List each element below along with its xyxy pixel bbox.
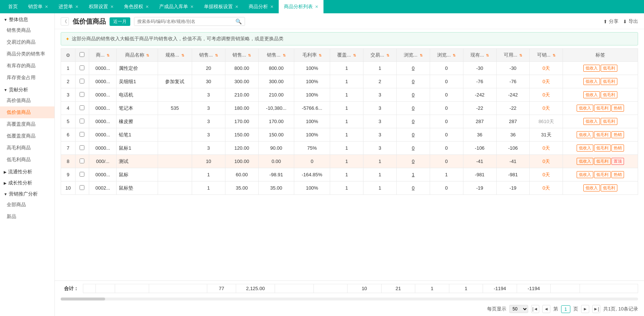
col-browse2[interactable]: 浏览... ⇅	[430, 49, 463, 62]
col-avail[interactable]: 可用... ⇅	[496, 49, 530, 62]
close-icon[interactable]: ✕	[235, 4, 238, 9]
col-cover[interactable]: 覆盖... ⇅	[330, 49, 363, 62]
row-checkbox[interactable]	[75, 155, 89, 168]
close-icon[interactable]: ✕	[190, 4, 194, 9]
search-input[interactable]	[137, 19, 233, 24]
col-browse1[interactable]: 浏览... ⇅	[396, 49, 430, 62]
col-gear[interactable]: ⚙	[61, 49, 76, 62]
nav-product-analysis[interactable]: 商品分析 ✕	[244, 0, 279, 13]
sidebar-group-contribution[interactable]: ▼ 贡献分析	[0, 84, 54, 95]
share-button[interactable]: ⬆ 分享	[603, 18, 618, 25]
row-select-checkbox[interactable]	[80, 92, 84, 97]
sidebar-item-high-value[interactable]: 高价值商品	[0, 95, 54, 106]
browse-link[interactable]: 0	[412, 79, 415, 84]
col-code[interactable]: 商... ⇅	[89, 49, 117, 62]
row-checkbox[interactable]	[75, 142, 89, 155]
sidebar-item-stock-goods[interactable]: 有库存的商品	[0, 60, 54, 72]
row-days: 8610天	[530, 115, 563, 128]
row-checkbox[interactable]	[75, 62, 89, 75]
row-checkbox[interactable]	[75, 115, 89, 128]
row-checkbox[interactable]	[75, 181, 89, 195]
collapse-sidebar-button[interactable]: 《	[61, 17, 69, 26]
nav-purchase-order[interactable]: 进货单 ✕	[53, 0, 84, 13]
nav-template[interactable]: 单据模板设置 ✕	[199, 0, 244, 13]
col-current[interactable]: 现有... ⇅	[463, 49, 496, 62]
browse-link[interactable]: 0	[412, 145, 415, 151]
sidebar-item-high-coverage[interactable]: 高覆盖度商品	[0, 118, 54, 130]
nav-permission[interactable]: 权限设置 ✕	[84, 0, 119, 13]
nav-role-auth[interactable]: 角色授权 ✕	[119, 0, 154, 13]
row-select-checkbox[interactable]	[80, 79, 84, 84]
col-name[interactable]: 商品名称 ⇅	[117, 49, 158, 62]
first-page-button[interactable]: |◄	[531, 305, 539, 313]
sidebar-item-stock-capital[interactable]: 库存资金占用	[0, 72, 54, 84]
sidebar-item-new-goods[interactable]: 新品	[0, 211, 54, 222]
browse-link[interactable]: 0	[412, 159, 415, 164]
row-select-checkbox[interactable]	[80, 65, 84, 70]
browse-link[interactable]: 0	[412, 132, 415, 137]
row-checkbox[interactable]	[75, 168, 89, 181]
sidebar-group-growth[interactable]: ▶ 成长性分析	[0, 177, 54, 188]
close-icon[interactable]: ✕	[270, 4, 274, 9]
row-select-checkbox[interactable]	[80, 119, 84, 123]
sidebar-item-low-value[interactable]: 低价值商品	[0, 106, 54, 118]
row-checkbox[interactable]	[75, 75, 89, 88]
date-filter-button[interactable]: 近一月	[110, 17, 130, 26]
row-spec: 535	[158, 102, 192, 115]
col-sales1[interactable]: 销售... ⇅	[225, 49, 258, 62]
close-icon[interactable]: ✕	[110, 4, 114, 9]
col-margin[interactable]: 毛利率 ⇅	[294, 49, 330, 62]
sidebar-item-low-coverage[interactable]: 低覆盖度商品	[0, 130, 54, 142]
browse-link[interactable]: 0	[412, 185, 415, 191]
close-icon[interactable]: ✕	[145, 4, 149, 9]
search-icon[interactable]: 🔍	[235, 18, 242, 24]
horizontal-scrollbar[interactable]	[61, 298, 638, 300]
browse-link[interactable]: 0	[412, 92, 415, 98]
prev-page-button[interactable]: ◄	[542, 305, 550, 313]
nav-product-in[interactable]: 产成品入库单 ✕	[154, 0, 199, 13]
row-select-checkbox[interactable]	[80, 185, 84, 190]
last-page-button[interactable]: ►|	[592, 305, 600, 313]
sidebar-item-high-margin[interactable]: 高毛利商品	[0, 142, 54, 154]
col-salable[interactable]: 可销... ⇅	[530, 49, 563, 62]
nav-home[interactable]: 首页	[3, 0, 23, 13]
browse-link[interactable]: 0	[412, 119, 415, 124]
row-select-checkbox[interactable]	[80, 172, 84, 177]
row-no: 5	[61, 115, 76, 128]
sidebar-group-flow[interactable]: ▶ 流通性分析	[0, 166, 54, 177]
close-icon[interactable]: ✕	[315, 4, 318, 9]
row-select-checkbox[interactable]	[80, 132, 84, 137]
close-icon[interactable]: ✕	[45, 4, 48, 9]
sidebar-group-marketing[interactable]: ▼ 营销推广分析	[0, 188, 54, 199]
sidebar-item-category-rate[interactable]: 商品分类的销售率	[0, 48, 54, 60]
browse-link[interactable]: 0	[412, 65, 415, 71]
header-right: ⬆ 分享 ⬇ 导出	[603, 18, 638, 25]
col-spec[interactable]: 规格... ⇅	[158, 49, 192, 62]
sidebar-item-all-goods[interactable]: 全部商品	[0, 199, 54, 211]
row-checkbox[interactable]	[75, 128, 89, 142]
browse-link[interactable]: 0	[412, 105, 415, 111]
sidebar-item-low-margin[interactable]: 低毛利商品	[0, 154, 54, 166]
row-select-checkbox[interactable]	[80, 145, 84, 150]
gear-icon[interactable]: ⚙	[66, 52, 70, 58]
row-select-checkbox[interactable]	[80, 159, 84, 163]
nav-analysis-list[interactable]: 商品分析列表 ✕	[279, 0, 323, 13]
browse-link[interactable]: 1	[412, 172, 415, 177]
page-size-select[interactable]: 50 20 100	[509, 305, 528, 313]
row-checkbox[interactable]	[75, 88, 89, 102]
row-spec	[158, 181, 192, 195]
col-qty[interactable]: 销售... ⇅	[192, 49, 225, 62]
row-checkbox[interactable]	[75, 102, 89, 115]
nav-sales-order[interactable]: 销货单 ✕	[23, 0, 53, 13]
select-all-checkbox[interactable]	[80, 52, 84, 57]
next-page-button[interactable]: ►	[581, 305, 589, 313]
col-trade[interactable]: 交易... ⇅	[363, 49, 397, 62]
export-button[interactable]: ⬇ 导出	[623, 18, 638, 25]
row-browse1[interactable]: 1	[396, 168, 430, 181]
close-icon[interactable]: ✕	[75, 4, 78, 9]
sidebar-group-overview[interactable]: ▼ 整体信息	[0, 13, 54, 24]
col-sales2[interactable]: 销售... ⇅	[258, 49, 294, 62]
sidebar-item-sales-goods[interactable]: 销售类商品	[0, 24, 54, 36]
sidebar-item-traded-goods[interactable]: 交易过的商品	[0, 36, 54, 48]
row-select-checkbox[interactable]	[80, 105, 84, 110]
